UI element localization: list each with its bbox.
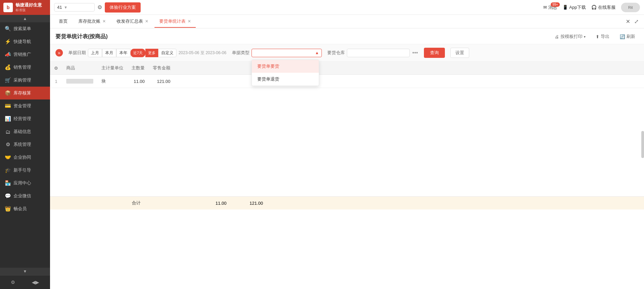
- sidebar-item-wechat[interactable]: 💬 企业微信: [0, 190, 50, 202]
- filter-row: » 单据日期 上月 本月 本年 近7天 更多 自定义 2023-05-06 至 …: [50, 44, 644, 62]
- topbar: 41 ▾ ⚙ 体验行业方案 ✉ 消息 99+ 📱 App下载 🎧 在线客服 Ri…: [50, 0, 644, 15]
- export-icon: ⬆: [596, 34, 599, 39]
- dropdown-item-purchase[interactable]: 要货单要货: [252, 60, 319, 73]
- th-amount: 零售金额: [149, 62, 174, 75]
- th-quantity: 主数量: [127, 62, 149, 75]
- tab-close-inventory-batch[interactable]: ✕: [102, 19, 106, 24]
- tab-label-home: 首页: [59, 18, 68, 24]
- store-name: 41: [57, 5, 62, 10]
- app-download-btn[interactable]: 📱 App下载: [563, 4, 586, 10]
- sidebar-item-inventory[interactable]: 📦 库存核算: [0, 87, 50, 99]
- filter-expand-btn[interactable]: »: [55, 49, 63, 57]
- type-label: 单据类型: [232, 50, 249, 56]
- sidebar-item-guide[interactable]: 🎓 新手引导: [0, 164, 50, 177]
- tab-receive-summary[interactable]: 收发存汇总表 ✕: [112, 16, 153, 28]
- marketing-icon: 📣: [5, 51, 11, 58]
- tab-inventory-batch[interactable]: 库存批次账 ✕: [74, 16, 111, 28]
- export-btn[interactable]: ⬆ 导出: [592, 32, 613, 41]
- sidebar-item-sales[interactable]: 💰 销售管理: [0, 61, 50, 74]
- warehouse-filter-group: 要货仓库 •••: [327, 49, 419, 57]
- messages-badge: 99+: [551, 2, 560, 7]
- vip-icon: 👑: [5, 206, 11, 212]
- date-btn-more[interactable]: 更多: [145, 49, 158, 57]
- date-btn-this-year[interactable]: 本年: [116, 49, 130, 57]
- date-btn-7days[interactable]: 近7天: [130, 49, 145, 57]
- settings-btn[interactable]: 设置: [450, 48, 469, 58]
- dropdown-item-return[interactable]: 要货单退货: [252, 73, 319, 86]
- td-amount: 121.00: [149, 75, 174, 88]
- sidebar-item-marketing[interactable]: 📣 营销推广: [0, 48, 50, 61]
- tab-label-receive-summary: 收发存汇总表: [117, 18, 143, 24]
- collapse-icon[interactable]: ◀▶: [30, 278, 41, 286]
- sidebar-item-label-system: 系统管理: [14, 141, 31, 148]
- sidebar-item-label-vip: 畅会员: [14, 206, 27, 212]
- main-area: 41 ▾ ⚙ 体验行业方案 ✉ 消息 99+ 📱 App下载 🎧 在线客服 Ri…: [50, 0, 644, 289]
- online-service-label: 在线客服: [598, 4, 616, 10]
- th-product: 商品: [62, 62, 97, 75]
- messages-btn[interactable]: ✉ 消息 99+: [543, 4, 557, 10]
- print-icon: 🖨: [555, 34, 559, 39]
- basic-icon: 🗂: [5, 129, 11, 135]
- sidebar-item-purchase[interactable]: 🛒 采购管理: [0, 74, 50, 87]
- sidebar-item-enterprise[interactable]: 🤝 企业协同: [0, 151, 50, 164]
- online-service-btn[interactable]: 🎧 在线客服: [591, 4, 616, 10]
- sidebar: b 畅捷通好生意 标准版 ▲ 🔍 搜索菜单 ⚡ 快捷导航 📣 营销推广 💰 销售…: [0, 0, 50, 289]
- avatar-text: Rit: [628, 5, 633, 9]
- app-title-block: 畅捷通好生意 标准版: [16, 2, 42, 13]
- date-btn-last-month[interactable]: 上月: [88, 49, 102, 57]
- sidebar-item-vip[interactable]: 👑 畅会员: [0, 202, 50, 215]
- query-btn[interactable]: 查询: [424, 48, 445, 58]
- industry-btn[interactable]: 体验行业方案: [105, 2, 141, 13]
- warehouse-more-icon[interactable]: •••: [412, 49, 419, 57]
- date-btn-this-month[interactable]: 本月: [102, 49, 116, 57]
- table-footer: 合计 11.00 121.00: [50, 196, 644, 209]
- th-settings[interactable]: ⚙: [50, 62, 62, 75]
- print-btn[interactable]: 🖨 按模板打印 ▾: [551, 32, 589, 41]
- avatar[interactable]: Rit: [621, 3, 640, 12]
- refresh-btn[interactable]: 🔄 刷新: [616, 32, 639, 41]
- tab-collapse-icon[interactable]: ✕: [624, 18, 631, 25]
- tab-close-order-summary[interactable]: ✕: [188, 19, 191, 24]
- sidebar-item-shortcut[interactable]: ⚡ 快捷导航: [0, 35, 50, 48]
- export-label: 导出: [601, 34, 610, 40]
- sidebar-item-label-search: 搜索菜单: [14, 26, 31, 32]
- scroll-handle[interactable]: [641, 131, 644, 158]
- warehouse-input[interactable]: [347, 49, 410, 57]
- tab-order-summary[interactable]: 要货单统计表 ✕: [154, 16, 196, 28]
- type-input[interactable]: [252, 49, 322, 57]
- page-title: 要货单统计表(按商品): [55, 33, 108, 40]
- headset-icon: 🎧: [591, 5, 597, 10]
- purchase-icon: 🛒: [5, 77, 11, 83]
- sidebar-item-system[interactable]: ⚙ 系统管理: [0, 138, 50, 151]
- wechat-icon: 💬: [5, 193, 11, 199]
- sidebar-item-label-wechat: 企业微信: [14, 193, 31, 199]
- table-header-row: ⚙ 商品 主计量单位 主数量 零售金额: [50, 62, 644, 75]
- sidebar-item-basic[interactable]: 🗂 基础信息: [0, 125, 50, 138]
- sidebar-item-operations[interactable]: 📊 经营管理: [0, 112, 50, 125]
- td-unit: 块: [97, 75, 127, 88]
- sidebar-scroll-down[interactable]: ▼: [0, 268, 50, 275]
- sidebar-item-label-appstore: 应用中心: [14, 180, 31, 186]
- column-settings-icon[interactable]: ⚙: [54, 66, 58, 71]
- sidebar-item-finance[interactable]: 💳 资金管理: [0, 99, 50, 112]
- topbar-gear-icon[interactable]: ⚙: [97, 4, 102, 10]
- date-btn-custom[interactable]: 自定义: [158, 49, 176, 57]
- sidebar-scroll-up[interactable]: ▲: [0, 15, 50, 22]
- data-table: ⚙ 商品 主计量单位 主数量 零售金额 1: [50, 62, 644, 88]
- sidebar-item-search[interactable]: 🔍 搜索菜单: [0, 22, 50, 35]
- tab-close-receive-summary[interactable]: ✕: [145, 19, 148, 24]
- settings-footer-icon[interactable]: ⚙: [9, 278, 17, 286]
- finance-icon: 💳: [5, 103, 11, 109]
- tab-home[interactable]: 首页: [54, 16, 72, 28]
- refresh-icon: 🔄: [620, 34, 625, 39]
- date-label: 单据日期: [68, 50, 86, 56]
- tab-fullscreen-icon[interactable]: ⤢: [633, 18, 640, 25]
- sidebar-item-label-marketing: 营销推广: [14, 51, 31, 58]
- type-dropdown: 要货单要货 要货单退货: [252, 60, 319, 86]
- sidebar-item-appstore[interactable]: 🏪 应用中心: [0, 177, 50, 190]
- refresh-label: 刷新: [626, 34, 635, 40]
- store-selector[interactable]: 41 ▾: [54, 3, 95, 12]
- app-subtitle: 标准版: [16, 8, 42, 13]
- store-chevron-icon: ▾: [65, 5, 67, 10]
- sidebar-item-label-inventory: 库存核算: [14, 90, 31, 96]
